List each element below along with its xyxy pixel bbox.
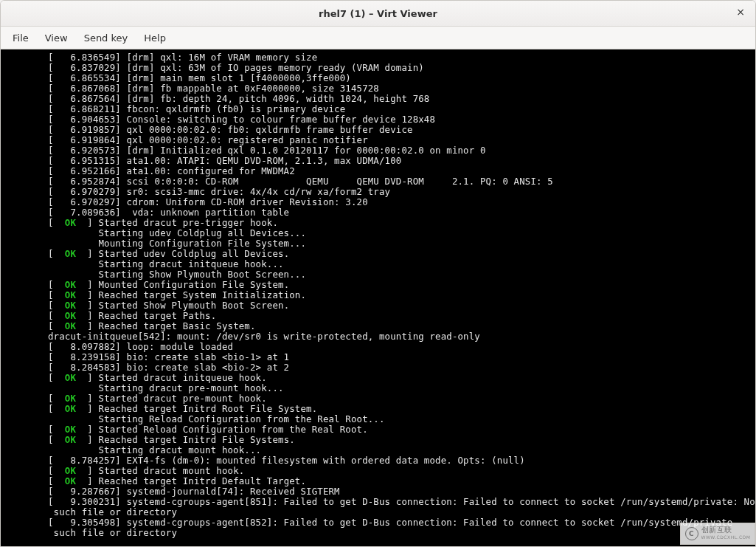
menu-sendkey[interactable]: Send key <box>77 30 136 47</box>
virt-viewer-window: rhel7 (1) – Virt Viewer × File View Send… <box>0 0 756 547</box>
menu-file[interactable]: File <box>5 30 36 47</box>
menubar: File View Send key Help <box>1 27 755 49</box>
watermark-text: 创新互联 <box>701 526 751 534</box>
menu-help[interactable]: Help <box>136 30 173 47</box>
menu-view[interactable]: View <box>38 30 75 47</box>
vm-display[interactable]: [ 6.836549] [drm] qxl: 16M of VRAM memor… <box>1 49 755 546</box>
watermark-sub: WWW.CDCXHL.COM <box>701 534 751 541</box>
window-title: rhel7 (1) – Virt Viewer <box>319 8 437 19</box>
watermark-logo-icon: C <box>685 527 698 540</box>
titlebar: rhel7 (1) – Virt Viewer × <box>1 1 755 27</box>
close-icon[interactable]: × <box>735 7 746 18</box>
watermark-badge: C 创新互联 WWW.CDCXHL.COM <box>680 523 755 545</box>
boot-console-text: [ 6.836549] [drm] qxl: 16M of VRAM memor… <box>48 52 749 546</box>
